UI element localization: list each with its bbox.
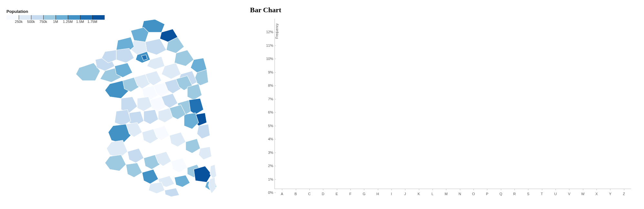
region-calvados[interactable] <box>116 48 134 63</box>
region-gers[interactable] <box>128 148 144 163</box>
region-haute-garonne[interactable] <box>142 169 158 184</box>
bar-chart-area: Frequency 0%1%2%3%4%5%6%7%8%9%10%11%12% … <box>262 19 634 199</box>
region-somme[interactable] <box>131 27 149 42</box>
x-tick-line <box>487 189 487 190</box>
legend-cell <box>19 15 31 20</box>
region-aisne[interactable] <box>145 39 166 55</box>
region-charente-maritime[interactable] <box>115 110 131 126</box>
y-tick: 3% <box>262 151 275 154</box>
bar-chart-panel: Bar Chart Frequency 0%1%2%3%4%5%6%7%8%9%… <box>239 0 644 209</box>
x-tick-line <box>542 189 542 190</box>
y-tick: 9% <box>262 70 275 74</box>
x-tick-line <box>350 189 351 190</box>
legend-tick-line <box>31 15 31 20</box>
bar-chart-plot: ABCDEFGHIJKLMNOPQRSTUVWXYZ <box>275 19 631 189</box>
map-regions <box>76 19 216 197</box>
x-tick-label: C <box>303 192 316 196</box>
x-tick-label: X <box>590 192 603 196</box>
x-tick-line <box>296 189 296 190</box>
x-tick-label: A <box>275 192 288 196</box>
y-axis-ticks: 0%1%2%3%4%5%6%7%8%9%10%11%12% <box>262 19 275 189</box>
y-tick: 11% <box>262 44 275 47</box>
x-tick-label: I <box>385 192 398 196</box>
legend-cell <box>43 15 56 20</box>
x-tick-line <box>514 189 515 190</box>
region-rhone[interactable] <box>189 98 203 114</box>
x-tick-label: G <box>358 192 370 196</box>
x-tick-line <box>323 189 323 190</box>
x-tick-line <box>391 189 392 190</box>
region-drome[interactable] <box>186 139 200 153</box>
x-tick-label: D <box>317 192 329 196</box>
y-tick: 5% <box>262 124 275 128</box>
bars-container: ABCDEFGHIJKLMNOPQRSTUVWXYZ <box>275 19 631 189</box>
x-tick-line <box>309 189 310 190</box>
x-tick-line <box>460 189 460 190</box>
legend-tick-label: 250k <box>15 20 23 24</box>
region-lozere[interactable] <box>171 158 187 173</box>
y-tick: 2% <box>262 164 275 168</box>
y-tick: 7% <box>262 97 275 101</box>
x-tick-label: B <box>289 192 302 196</box>
x-tick-line <box>556 189 556 190</box>
region-savoie[interactable] <box>197 124 210 139</box>
region-bouches-rhone[interactable] <box>194 166 212 182</box>
legend-title: Population <box>6 9 105 14</box>
region-doubs[interactable] <box>187 84 202 100</box>
y-tick: 6% <box>262 110 275 114</box>
y-tick: 10% <box>262 57 275 61</box>
x-tick-line <box>501 189 501 190</box>
y-tick: 1% <box>262 177 275 181</box>
region-pyrenees-orientales[interactable] <box>165 188 179 197</box>
region-pyrenees-atl[interactable] <box>105 155 126 171</box>
x-tick-label: K <box>412 192 425 196</box>
x-tick-line <box>419 189 419 190</box>
x-tick-label: R <box>508 192 521 196</box>
region-haute-loire[interactable] <box>170 132 186 147</box>
legend-tick-label: 1M <box>53 20 58 24</box>
legend-tick-label: 500k <box>27 20 35 24</box>
x-tick-label: N <box>453 192 466 196</box>
legend-cell <box>31 15 43 20</box>
x-tick-label: P <box>481 192 493 196</box>
x-tick-label: E <box>330 192 343 196</box>
x-tick-label: L <box>426 192 439 196</box>
region-ariege[interactable] <box>149 182 165 194</box>
region-haute-vienne[interactable] <box>144 110 158 124</box>
region-corse-sud[interactable] <box>208 177 216 194</box>
x-tick-line <box>624 189 624 190</box>
x-tick-line <box>432 189 433 190</box>
region-herault[interactable] <box>174 175 190 187</box>
y-tick: 8% <box>262 84 275 87</box>
x-tick-line <box>337 189 337 190</box>
y-tick: 4% <box>262 137 275 141</box>
x-tick-label: J <box>399 192 411 196</box>
x-tick-line <box>364 189 364 190</box>
x-tick-label: O <box>467 192 480 196</box>
x-tick-label: F <box>344 192 357 196</box>
x-tick-label: V <box>563 192 576 196</box>
region-haute-corse[interactable] <box>210 164 216 179</box>
x-tick-label: M <box>440 192 452 196</box>
x-tick-label: Y <box>604 192 617 196</box>
region-hautes-alpes[interactable] <box>199 147 212 160</box>
y-tick: 0% <box>262 191 275 194</box>
x-tick-line <box>405 189 405 190</box>
x-tick-line <box>528 189 528 190</box>
bar-chart-title: Bar Chart <box>250 6 634 14</box>
x-tick-label: H <box>371 192 384 196</box>
legend-tick-label: 750k <box>39 20 47 24</box>
page-root: Population 250k500k750k1M1.25M1.5M1.75M <box>0 0 644 209</box>
legend-tick-line <box>43 15 44 20</box>
x-tick-line <box>583 189 583 190</box>
y-tick: 12% <box>262 30 275 34</box>
x-tick-label: Z <box>618 192 630 196</box>
x-tick-line <box>473 189 474 190</box>
x-tick-line <box>446 189 446 190</box>
legend-tick-line <box>19 15 19 20</box>
france-map-svg <box>65 18 216 198</box>
x-tick-line <box>597 189 597 190</box>
map-panel: Population 250k500k750k1M1.25M1.5M1.75M <box>0 0 239 209</box>
x-tick-line <box>610 189 610 190</box>
region-hautes-pyrenees[interactable] <box>126 163 142 177</box>
